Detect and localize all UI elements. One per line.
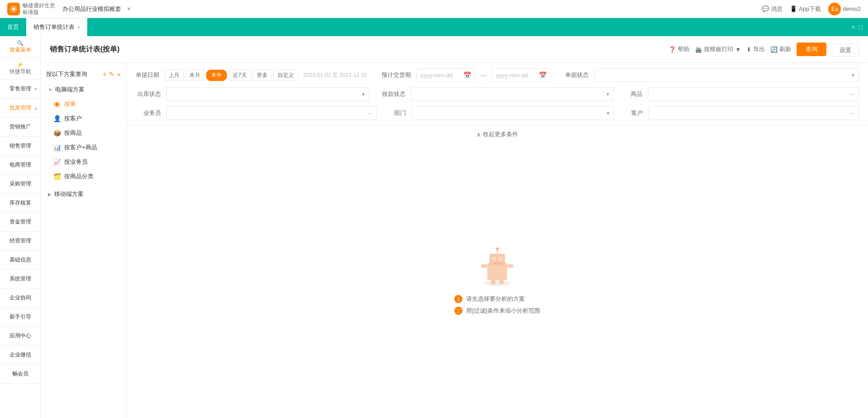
scheme-item-by-customer[interactable]: 👤 按客户 — [41, 111, 126, 126]
date-btn-more[interactable]: 更多 — [253, 70, 272, 81]
scheme-edit-button[interactable]: ✎ — [109, 71, 114, 78]
expected-delivery-start[interactable]: yyyy-mm-dd 📅 — [416, 68, 475, 82]
sidebar-item-ecommerce[interactable]: 电商管理 — [0, 156, 40, 175]
date-btn-this-year[interactable]: 本年 — [206, 70, 227, 81]
search-icon: 🔍 — [17, 40, 24, 46]
filter-panel: 单据日期 上月 本月 本年 近7天 更多 自定义 2023-01-01 至 20… — [127, 63, 868, 418]
svg-rect-10 — [491, 279, 495, 285]
collapse-bar[interactable]: ∧ 收起更多条件 — [127, 125, 868, 143]
sidebar-item-operation[interactable]: 经营管理 — [0, 232, 40, 251]
scheme-item-by-category[interactable]: 🗂️ 按商品分类 — [41, 169, 126, 184]
sidebar-item-newbie[interactable]: 新手引导 — [0, 308, 40, 327]
sidebar-item-marketing[interactable]: 营销推广 — [0, 118, 40, 137]
sidebar-item-system[interactable]: 系统管理 — [0, 270, 40, 289]
sidebar-item-enterprise[interactable]: 企业协同 — [0, 289, 40, 308]
department-label: 部门 — [388, 109, 406, 117]
payment-status-label: 收款状态 — [380, 90, 406, 98]
svg-point-7 — [500, 258, 501, 260]
sidebar-item-app-center[interactable]: 应用中心 — [0, 327, 40, 346]
expected-delivery-end[interactable]: yyyy-mm-dd 📅 — [492, 68, 551, 82]
sidebar-item-sales[interactable]: 销售管理 — [0, 137, 40, 156]
sidebar-item-basic-info[interactable]: 基础信息 — [0, 251, 40, 270]
order-status-select[interactable] — [594, 68, 859, 82]
print-button[interactable]: 🖨️ 按模板打印 ▼ — [695, 45, 741, 53]
page-title: 销售订单统计表(按单) — [50, 45, 120, 54]
filter-row-2-inner: 出库状态 ▼ 收款状态 ▼ 商品 ··· — [136, 87, 859, 101]
scheme-item-by-customer-goods[interactable]: 📊 按客户+商品 — [41, 140, 126, 155]
scheme-mobile-group-title[interactable]: ▶ 移动端方案 — [41, 187, 126, 201]
salesperson-input[interactable] — [170, 110, 368, 117]
goods-more-icon[interactable]: ··· — [849, 90, 855, 98]
empty-tips: 1 请先选择要分析的方案 2 用[过滤]条件来缩小分析范围 — [454, 295, 540, 318]
salesperson-more-icon[interactable]: ··· — [368, 109, 373, 117]
query-button[interactable]: 查询 — [797, 43, 826, 56]
scheme-staff-icon: 📈 — [53, 158, 61, 166]
sidebar-item-finance[interactable]: 资金管理 — [0, 213, 40, 232]
payment-status-select-wrap: ▼ — [411, 87, 614, 101]
svg-point-6 — [493, 258, 495, 260]
help-button[interactable]: ❓ 帮助 — [669, 45, 689, 53]
window-controls: × □ — [851, 24, 868, 31]
export-button[interactable]: ⬇ 导出 — [746, 45, 765, 53]
app-download-button[interactable]: 📱 App下载 — [790, 5, 821, 13]
date-btn-this-month[interactable]: 本月 — [185, 70, 204, 81]
logo-icon — [7, 3, 20, 15]
tab-sales-order-stats[interactable]: 销售订单统计表 × — [26, 18, 87, 36]
calendar-icon-end: 📅 — [539, 71, 547, 79]
date-btn-7days[interactable]: 近7天 — [229, 70, 251, 81]
sidebar-item-wholesale[interactable]: 批发管理 — [0, 99, 40, 118]
expected-delivery-label: 预计交货期 — [382, 71, 411, 79]
app-title-dropdown[interactable]: ▼ — [127, 6, 131, 11]
date-btn-custom[interactable]: 自定义 — [274, 70, 298, 81]
sidebar-item-member[interactable]: 畅会员 — [0, 365, 40, 384]
scheme-desktop-group: ▼ 电脑端方案 ◉ 按单 👤 按客户 📦 按商品 — [41, 81, 126, 185]
top-bar-left: 畅捷通好生意 标准版 办公用品行业模拟账套 ▼ — [7, 2, 131, 15]
tab-close-button[interactable]: × — [77, 24, 80, 30]
sidebar-quick-nav[interactable]: ⚡ 快捷导航 — [0, 58, 40, 80]
refresh-icon: 🔄 — [770, 46, 778, 53]
nav-tabs: 首页 销售订单统计表 × × □ — [0, 18, 868, 36]
message-icon: 💬 — [762, 5, 769, 12]
svg-rect-9 — [507, 264, 514, 268]
export-icon: ⬇ — [746, 46, 751, 53]
scheme-collapse-button[interactable]: « — [117, 71, 121, 78]
scheme-desktop-group-title[interactable]: ▼ 电脑端方案 — [41, 83, 126, 96]
page-header: 销售订单统计表(按单) ❓ 帮助 🖨️ 按模板打印 ▼ ⬇ 导出 🔄 刷新 — [41, 36, 868, 63]
window-maximize-button[interactable]: □ — [859, 24, 863, 31]
refresh-button[interactable]: 🔄 刷新 — [770, 45, 791, 53]
goods-input[interactable] — [652, 91, 849, 98]
scheme-add-button[interactable]: + — [103, 71, 106, 78]
print-dropdown-icon: ▼ — [735, 46, 741, 53]
sidebar-item-purchase[interactable]: 采购管理 — [0, 175, 40, 194]
scheme-item-by-goods[interactable]: 📦 按商品 — [41, 126, 126, 140]
sidebar-item-inventory[interactable]: 库存核算 — [0, 194, 40, 213]
delivery-status-label: 出库状态 — [136, 90, 161, 98]
download-icon: 📱 — [790, 5, 797, 12]
goods-label: 商品 — [624, 90, 642, 98]
top-bar-right: 💬 消息 📱 App下载 Ea demo2 — [762, 3, 861, 15]
department-select-wrap: ▼ — [411, 106, 614, 120]
scheme-item-by-staff[interactable]: 📈 按业务员 — [41, 155, 126, 169]
scheme-panel-title: 按以下方案查询 — [46, 70, 87, 78]
date-btn-last-month[interactable]: 上月 — [165, 70, 184, 81]
customer-more-icon[interactable]: ··· — [849, 109, 855, 117]
svg-point-13 — [496, 247, 499, 250]
sidebar-search[interactable]: 🔍 搜索菜单 — [0, 36, 40, 58]
sidebar-item-wechat[interactable]: 企业微信 — [0, 346, 40, 365]
scheme-mobile-arrow: ▶ — [48, 192, 52, 197]
scheme-actions: + ✎ « — [103, 71, 121, 78]
message-button[interactable]: 💬 消息 — [762, 5, 783, 13]
date-label: 单据日期 — [136, 71, 159, 79]
sidebar-item-retail[interactable]: 零售管理 — [0, 80, 40, 99]
window-close-button[interactable]: × — [851, 24, 855, 31]
department-select[interactable] — [411, 106, 614, 120]
sidebar: 🔍 搜索菜单 ⚡ 快捷导航 零售管理 批发管理 营销推广 销售管理 电商管理 采… — [0, 36, 41, 418]
user-menu[interactable]: Ea demo2 — [828, 3, 861, 15]
setting-button[interactable]: 设置 — [832, 43, 859, 57]
delivery-status-select-wrap: ▼ — [166, 87, 369, 101]
delivery-status-select[interactable] — [166, 87, 369, 101]
customer-input[interactable] — [652, 110, 849, 117]
scheme-item-by-order[interactable]: ◉ 按单 — [41, 96, 126, 111]
payment-status-select[interactable] — [411, 87, 614, 101]
tab-home[interactable]: 首页 — [0, 18, 26, 36]
